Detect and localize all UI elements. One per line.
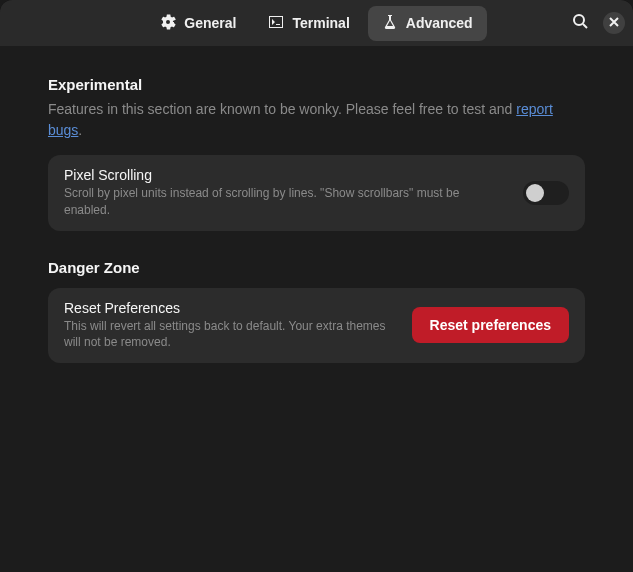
gear-icon [160, 14, 176, 33]
terminal-icon [268, 14, 284, 33]
svg-point-0 [574, 15, 584, 25]
desc-text: . [78, 122, 82, 138]
tab-label: Terminal [292, 15, 349, 31]
titlebar: General Terminal Advanced [0, 0, 633, 46]
titlebar-actions [567, 10, 625, 36]
danger-zone-section: Danger Zone Reset Preferences This will … [48, 259, 585, 364]
reset-preferences-button[interactable]: Reset preferences [412, 307, 569, 343]
row-text: Reset Preferences This will revert all s… [64, 300, 396, 352]
section-description: Features in this section are known to be… [48, 99, 585, 141]
close-button[interactable] [603, 12, 625, 34]
tab-general[interactable]: General [146, 6, 250, 41]
close-icon [608, 14, 620, 32]
pixel-scrolling-switch[interactable] [523, 181, 569, 205]
tab-label: Advanced [406, 15, 473, 31]
search-icon [572, 13, 588, 33]
pixel-scrolling-row: Pixel Scrolling Scroll by pixel units in… [48, 155, 585, 231]
tab-advanced[interactable]: Advanced [368, 6, 487, 41]
section-title: Danger Zone [48, 259, 585, 276]
row-title: Pixel Scrolling [64, 167, 507, 183]
reset-preferences-row: Reset Preferences This will revert all s… [48, 288, 585, 364]
content-area: Experimental Features in this section ar… [0, 46, 633, 572]
desc-text: Features in this section are known to be… [48, 101, 516, 117]
row-subtitle: Scroll by pixel units instead of scrolli… [64, 185, 507, 219]
preferences-window: General Terminal Advanced [0, 0, 633, 572]
row-subtitle: This will revert all settings back to de… [64, 318, 396, 352]
view-switcher: General Terminal Advanced [146, 6, 486, 41]
tab-label: General [184, 15, 236, 31]
experimental-section: Experimental Features in this section ar… [48, 76, 585, 231]
section-title: Experimental [48, 76, 585, 93]
tab-terminal[interactable]: Terminal [254, 6, 363, 41]
row-title: Reset Preferences [64, 300, 396, 316]
flask-icon [382, 14, 398, 33]
row-text: Pixel Scrolling Scroll by pixel units in… [64, 167, 507, 219]
search-button[interactable] [567, 10, 593, 36]
